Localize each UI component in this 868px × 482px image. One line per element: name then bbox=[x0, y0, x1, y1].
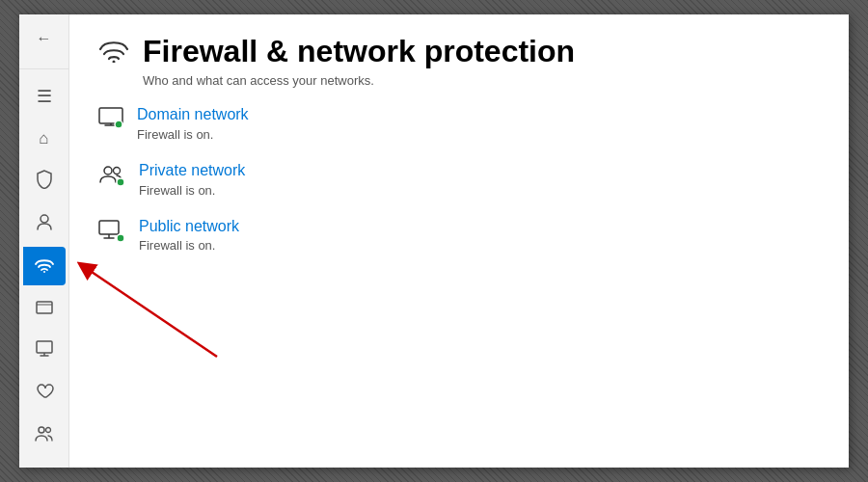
svg-point-16 bbox=[117, 178, 124, 186]
domain-network-status: Firewall is on. bbox=[137, 127, 249, 142]
private-network-item[interactable]: Private network Firewall is on. bbox=[98, 161, 820, 198]
svg-point-9 bbox=[113, 61, 116, 64]
domain-network-name: Domain network bbox=[137, 105, 249, 125]
settings-window: ← ☰ ⌂ bbox=[19, 14, 849, 468]
svg-point-7 bbox=[39, 427, 44, 433]
back-button[interactable]: ← bbox=[29, 24, 60, 53]
sidebar-divider bbox=[19, 68, 68, 69]
svg-rect-4 bbox=[37, 341, 52, 353]
public-network-item[interactable]: Public network Firewall is on. bbox=[98, 217, 820, 254]
private-network-icon bbox=[98, 163, 125, 192]
private-network-status: Firewall is on. bbox=[139, 183, 245, 198]
sidebar-item-family[interactable] bbox=[23, 416, 66, 455]
svg-rect-2 bbox=[37, 302, 52, 313]
domain-network-icon bbox=[98, 107, 123, 134]
private-network-text: Private network Firewall is on. bbox=[139, 161, 245, 198]
svg-point-0 bbox=[41, 215, 48, 223]
sidebar-item-menu[interactable]: ☰ bbox=[23, 77, 66, 116]
family-icon bbox=[35, 425, 54, 447]
svg-rect-17 bbox=[99, 221, 119, 234]
sidebar-item-account[interactable] bbox=[23, 204, 66, 243]
public-network-icon bbox=[98, 219, 125, 248]
header-text-group: Firewall & network protection Who and wh… bbox=[143, 34, 575, 88]
main-content: Firewall & network protection Who and wh… bbox=[69, 14, 849, 468]
health-icon bbox=[35, 383, 54, 405]
sidebar-item-shield[interactable] bbox=[23, 162, 66, 201]
network-icon bbox=[35, 255, 54, 278]
active-indicator bbox=[23, 247, 27, 285]
page-header-icon bbox=[98, 36, 129, 69]
sidebar-item-apps[interactable] bbox=[23, 289, 66, 328]
background: ← ☰ ⌂ bbox=[0, 0, 868, 482]
network-list: Domain network Firewall is on. bbox=[98, 105, 820, 253]
public-network-status: Firewall is on. bbox=[139, 238, 239, 253]
domain-network-item[interactable]: Domain network Firewall is on. bbox=[98, 105, 820, 142]
home-icon: ⌂ bbox=[39, 129, 48, 148]
svg-point-15 bbox=[114, 167, 121, 174]
sidebar-item-device[interactable] bbox=[23, 332, 66, 370]
sidebar-item-network[interactable] bbox=[23, 247, 66, 285]
menu-icon: ☰ bbox=[37, 86, 52, 107]
apps-icon bbox=[36, 299, 53, 319]
shield-icon bbox=[36, 170, 53, 193]
public-network-name: Public network bbox=[139, 217, 239, 237]
device-icon bbox=[36, 340, 53, 362]
svg-point-8 bbox=[45, 427, 50, 432]
sidebar-item-health[interactable] bbox=[23, 374, 66, 413]
svg-point-20 bbox=[117, 234, 124, 242]
svg-point-14 bbox=[104, 167, 112, 174]
page-title: Firewall & network protection bbox=[143, 34, 575, 69]
svg-point-1 bbox=[43, 271, 45, 273]
private-network-name: Private network bbox=[139, 161, 245, 181]
sidebar: ← ☰ ⌂ bbox=[19, 14, 69, 468]
public-network-text: Public network Firewall is on. bbox=[139, 217, 239, 254]
domain-network-text: Domain network Firewall is on. bbox=[137, 105, 249, 142]
page-header: Firewall & network protection Who and wh… bbox=[98, 34, 820, 88]
account-icon bbox=[36, 212, 53, 236]
svg-point-13 bbox=[115, 120, 122, 128]
sidebar-item-home[interactable]: ⌂ bbox=[23, 120, 66, 158]
page-subtitle: Who and what can access your networks. bbox=[143, 73, 575, 88]
